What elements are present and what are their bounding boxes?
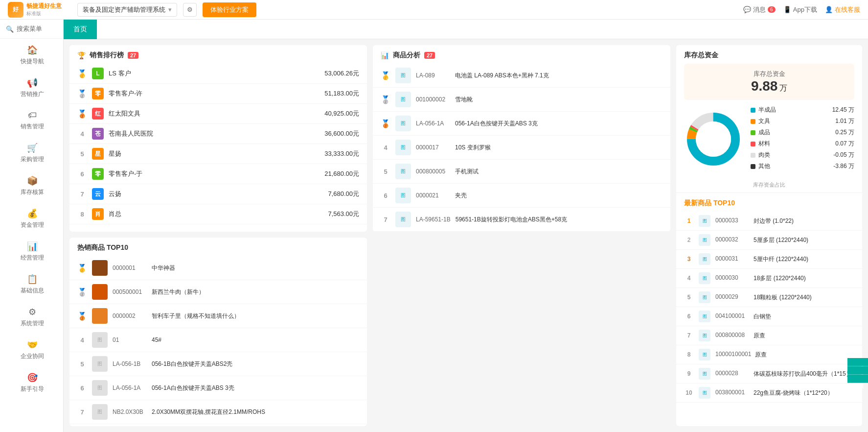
search-menu-item[interactable]: 🔍 搜索菜单 [0,20,63,39]
tab-home[interactable]: 首页 [64,20,97,39]
new-product-row: 1 图 0000033 封边带 (1.0*22) [676,212,862,231]
gold-medal-icon: 🥇 [381,71,390,80]
inventory-icon: 📦 [27,175,38,186]
inventory-header: 库存总资金 [676,45,862,64]
hot-product-row: 🥇 0000001 中华神器 [69,256,367,280]
new-product-rank: 4 [684,275,694,282]
settings-button[interactable]: ⚙ [183,3,197,17]
product-name: 雪地靴 [455,96,662,104]
sidebar-item-inventory[interactable]: 📦 库存核算 [0,169,63,202]
legend-category: 半成品 [758,106,829,114]
legend-category: 文具 [758,117,832,125]
sidebar-item-finance[interactable]: 💰 资金管理 [0,202,63,235]
logo-text-block: 畅捷通好生意 标准版 [26,2,62,17]
new-product-name: 5厘中纤 (1220*2440) [754,255,808,264]
app-download-button[interactable]: 📱 App下载 [783,5,817,14]
customer-name: 零售客户-于 [109,169,320,178]
new-product-row: 2 图 0000032 5厘多层 (1220*2440) [676,231,862,250]
product-name: 电池盖 LA-089 ABS本色+黑种 7.1克 [455,72,662,80]
search-icon: 🔍 [6,25,14,33]
bronze-medal-icon: 🥉 [77,109,87,119]
new-product-info: 0000031 5厘中纤 (1220*2440) [715,255,808,264]
legend-color-dot [751,130,755,135]
sidebar-item-system[interactable]: ⚙ 系统管理 [0,301,63,334]
notification-button[interactable]: 💬 消息 6 [743,5,776,14]
product-rank-row: 🥇 图 LA-089 电池盖 LA-089 ABS本色+黑种 7.1克 [373,64,670,88]
sidebar-item-quicknav[interactable]: 🏠 快捷导航 [0,39,63,72]
products-ranking-card: 📊 商品分析 27 🥇 图 LA-089 电池盖 LA-089 ABS本色+黑种… [373,45,670,232]
new-product-code: 0000031 [715,255,750,264]
product-image [92,260,108,276]
sales-amount: 33,333.00元 [324,149,359,158]
hot-products-list: 🥇 0000001 中华神器 🥈 000500001 新西兰牛肉（新牛） 🥉 0… [69,256,367,426]
float-community-button[interactable]: 服务社区 [847,366,868,375]
sidebar-item-marketing[interactable]: 📢 营销推广 [0,72,63,104]
hot-product-name: 2.0X30MM双摆花轴,摆花直径2.1MM/ROHS [152,408,359,416]
sidebar-item-basic[interactable]: 📋 基础信息 [0,268,63,301]
customer-avatar: 星 [92,148,104,160]
customer-name: 苍南县人民医院 [109,129,320,138]
sales-amount: 51,183.00元 [324,89,359,98]
sidebar-item-operation[interactable]: 📊 经营管理 [0,235,63,268]
hot-product-row: 🥈 000500001 新西兰牛肉（新牛） [69,280,367,304]
rank-number: 8 [77,211,87,218]
legend-color-dot [751,119,755,124]
online-service-button[interactable]: 👤 在线客服 [825,5,860,14]
sidebar-label-basic: 基础信息 [21,287,44,295]
sidebar-item-coop[interactable]: 🤝 企业协同 [0,334,63,366]
products-ranking-header: 📊 商品分析 27 [373,45,670,64]
sales-rank-row: 🥇 L LS 客户 53,006.26元 [69,64,367,84]
trial-button[interactable]: 体验行业方案 [203,2,256,17]
topbar-right: 💬 消息 6 📱 App下载 👤 在线客服 [743,5,860,14]
legend-amount: -0.05 万 [833,151,854,159]
new-product-info: 004100001 白钢垫 [715,312,771,321]
legend-item: 半成品 12.45 万 [751,106,854,114]
legend-item: 材料 0.07 万 [751,140,854,148]
float-service-button[interactable]: 客服热线 [847,358,868,366]
rank-number: 5 [77,360,87,368]
product-thumbnail: 图 [395,140,411,155]
customer-avatar: 肖 [92,208,104,220]
float-live-button[interactable]: 直播 [847,375,868,383]
chart-icon: 📊 [381,51,389,59]
new-product-name: 原查 [755,351,767,359]
new-product-code: 000800008 [715,332,750,340]
sales-amount: 40,925.00元 [324,109,359,118]
bronze-medal-icon: 🥉 [77,312,87,321]
new-product-rank: 7 [684,332,694,339]
new-product-code: 0000032 [715,236,750,244]
product-code: 0000017 [416,144,450,151]
hot-product-row: 6 图 LA-056-1A 056-1A白色按键开关盖ABS 3壳 [69,376,367,400]
sales-ranking-card: 🏆 销售排行榜 27 🥇 L LS 客户 53,006.26元 🥈 零 零售客户… [69,45,367,232]
operation-icon: 📊 [27,241,38,252]
new-product-thumbnail: 图 [699,253,710,265]
new-product-info: 0000028 体碳荔枝味苏打饮品400毫升（1*15） [715,370,852,378]
service-icon: 👤 [825,6,833,13]
sidebar-label-sales: 销售管理 [21,122,44,131]
sidebar-item-sales[interactable]: 🏷 销售管理 [0,104,63,137]
silver-medal-icon: 🥈 [77,89,87,98]
customer-avatar: L [92,68,104,79]
sidebar-label-finance: 资金管理 [21,221,44,229]
rank-number: 6 [77,384,87,392]
new-product-code: 0000029 [715,293,750,302]
customer-avatar: 零 [92,88,104,99]
legend-item: 成品 0.25 万 [751,128,854,137]
new-product-name: 封边带 (1.0*22) [754,217,794,225]
sidebar-label-system: 系统管理 [21,319,44,328]
rank-number: 6 [381,192,390,199]
new-product-thumbnail: 图 [699,291,710,303]
product-code: LA-056-1A [416,120,450,127]
marketing-icon: 📢 [27,77,38,88]
sidebar-item-guide[interactable]: 🎯 新手引导 [0,366,63,399]
system-selector[interactable]: 装备及固定资产辅助管理系统 ▾ [77,3,177,17]
products-ranking-title: 商品分析 [393,51,420,60]
product-thumbnail: 图 [92,380,108,396]
new-product-rank: 8 [684,351,694,358]
hot-product-name: 056-1B白色按键开关盖ABS2壳 [152,360,359,368]
purchase-icon: 🛒 [27,143,38,153]
customer-avatar: 云 [92,188,104,200]
sidebar-item-purchase[interactable]: 🛒 采购管理 [0,137,63,169]
system-name: 装备及固定资产辅助管理系统 [83,5,165,14]
hot-product-code: LA-056-1A [113,384,147,391]
